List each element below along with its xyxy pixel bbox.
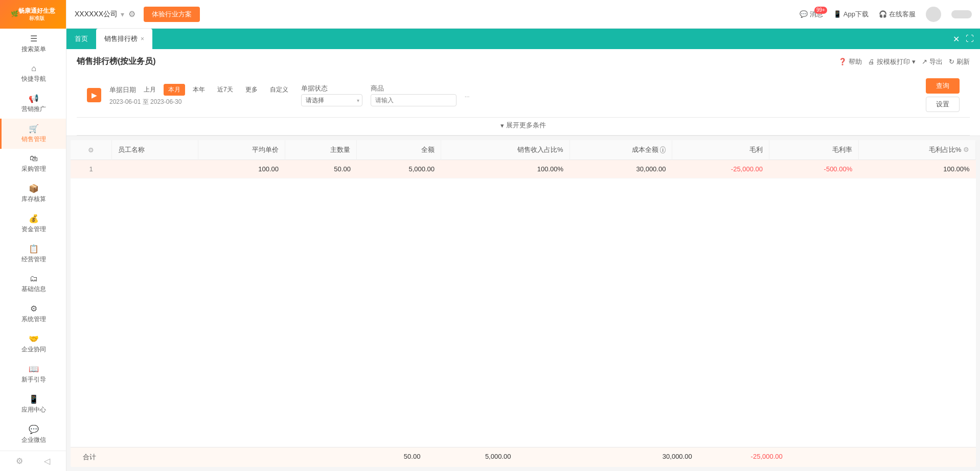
cell-rank: 1 xyxy=(71,160,111,178)
footer-main-qty-cell: 50.00 xyxy=(336,453,426,462)
avatar[interactable] xyxy=(926,7,941,22)
footer-avg-price-cell xyxy=(245,453,336,462)
cell-gross: -25,000.00 xyxy=(672,160,769,178)
query-btn-area: 查询 设置 xyxy=(926,78,960,112)
sidebar-item-搜索菜单[interactable]: ☰ 搜索菜单 xyxy=(0,29,66,59)
sidebar-item-系统管理[interactable]: ⚙ 系统管理 xyxy=(0,299,66,329)
date-opt-custom[interactable]: 自定义 xyxy=(265,84,293,96)
message-icon: 💬 xyxy=(800,10,808,18)
company-selector[interactable]: XXXXXX公司 ▾ xyxy=(75,10,124,19)
date-opt-more[interactable]: 更多 xyxy=(241,84,262,96)
sidebar-item-企业协同[interactable]: 🤝 企业协同 xyxy=(0,329,66,359)
message-button[interactable]: 💬 消息 99+ xyxy=(800,10,823,19)
sidebar-item-资金管理[interactable]: 💰 资金管理 xyxy=(0,209,66,239)
col-sales-pct: 销售收入占比% xyxy=(441,140,569,160)
tab-close-icon[interactable]: × xyxy=(141,35,144,42)
cost-info-icon[interactable]: i xyxy=(660,146,665,153)
expand-button[interactable]: ▾ 展开更多条件 xyxy=(500,121,546,130)
sidebar-item-应用中心[interactable]: 📱 应用中心 xyxy=(0,389,66,419)
sidebar-label-6: 资金管理 xyxy=(21,225,46,234)
col-settings[interactable]: ⚙ xyxy=(71,140,111,160)
sidebar-icon-9: ⚙ xyxy=(30,304,37,313)
sidebar-item-采购管理[interactable]: 🛍 采购管理 xyxy=(0,149,66,178)
help-button[interactable]: ❓ 帮助 xyxy=(838,57,862,66)
sidebar-label-0: 搜索菜单 xyxy=(21,45,46,54)
page-title: 销售排行榜(按业务员) xyxy=(77,56,156,67)
page-actions: ❓ 帮助 🖨 按模板打印 ▾ ↗ 导出 ↻ 刷新 xyxy=(838,57,970,66)
query-button[interactable]: 查询 xyxy=(926,78,960,94)
sidebar-item-库存核算[interactable]: 📦 库存核算 xyxy=(0,178,66,209)
topbar-settings-icon[interactable]: ⚙ xyxy=(128,9,135,19)
sidebar-label-7: 经营管理 xyxy=(21,255,46,264)
tab-fullscreen-icon[interactable]: ⛶ xyxy=(966,34,974,43)
sidebar-item-快捷导航[interactable]: ⌂ 快捷导航 xyxy=(0,59,66,88)
sidebar-item-经营管理[interactable]: 📋 经营管理 xyxy=(0,239,66,269)
sidebar-label-4: 采购管理 xyxy=(21,165,46,173)
print-button[interactable]: 🖨 按模板打印 ▾ xyxy=(868,57,916,66)
app-download-label: App下载 xyxy=(844,10,869,19)
sidebar-item-企业微信[interactable]: 💬 企业微信 xyxy=(0,419,66,450)
footer-amount-cell: 5,000.00 xyxy=(426,453,517,462)
sidebar-icon-4: 🛍 xyxy=(30,154,38,163)
sidebar-collapse-icon[interactable]: ◁ xyxy=(44,456,50,466)
status-select[interactable]: 请选择 xyxy=(301,94,362,106)
tab-sales-rank[interactable]: 销售排行榜 × xyxy=(96,29,152,49)
col-gross-pct: 毛利占比% ⚙ xyxy=(858,140,975,160)
date-opt-this-month[interactable]: 本月 xyxy=(164,84,185,96)
sidebar-nav: ☰ 搜索菜单 ⌂ 快捷导航 📢 营销推广 🛒 销售管理 🛍 采购管理 📦 库存核… xyxy=(0,29,66,451)
cell-sales-pct: 100.00% xyxy=(441,160,569,178)
sidebar-icon-12: 📱 xyxy=(29,394,39,404)
expand-label: 展开更多条件 xyxy=(506,121,546,130)
col-cost: 成本全额 i xyxy=(569,140,672,160)
refresh-button[interactable]: ↻ 刷新 xyxy=(949,57,970,66)
sidebar-footer: ⚙ ◁ xyxy=(0,451,66,471)
sidebar-icon-8: 🗂 xyxy=(30,274,38,283)
content-area: 销售排行榜(按业务员) ❓ 帮助 🖨 按模板打印 ▾ ↗ 导出 xyxy=(66,49,980,471)
footer-label-cell: 合计 xyxy=(77,453,245,462)
sidebar-icon-0: ☰ xyxy=(30,34,37,43)
sidebar-label-3: 销售管理 xyxy=(21,135,46,144)
app-logo: 🌿 畅康通好生意 标准版 xyxy=(0,0,66,29)
help-icon: ❓ xyxy=(838,58,847,65)
sidebar-label-9: 系统管理 xyxy=(21,315,46,324)
product-input[interactable] xyxy=(371,94,457,106)
status-filter-label: 单据状态 xyxy=(301,84,362,93)
footer-gross-cell: -25,000.00 xyxy=(698,453,789,462)
sidebar-label-1: 快捷导航 xyxy=(21,75,46,83)
company-name: XXXXXX公司 xyxy=(75,10,118,19)
app-download-button[interactable]: 📱 App下载 xyxy=(833,10,869,19)
sidebar-label-8: 基础信息 xyxy=(21,285,46,294)
date-opt-7days[interactable]: 近7天 xyxy=(213,84,238,96)
message-badge: 99+ xyxy=(814,7,827,14)
tab-close-window-icon[interactable]: ✕ xyxy=(953,34,960,44)
settings-button[interactable]: 设置 xyxy=(926,97,960,112)
sidebar-item-销售管理[interactable]: 🛒 销售管理 xyxy=(0,119,66,149)
logo-icon: 🌿 xyxy=(11,10,18,18)
date-opt-last-month[interactable]: 上月 xyxy=(139,84,161,96)
filter-collapse-button[interactable]: ▶ xyxy=(87,88,101,102)
topbar: XXXXXX公司 ▾ ⚙ 体验行业方案 💬 消息 99+ 📱 App下载 🎧 在… xyxy=(66,0,980,29)
footer-main-qty: 50.00 xyxy=(404,453,421,460)
sidebar-item-新手引导[interactable]: 📖 新手引导 xyxy=(0,359,66,389)
sidebar-item-基础信息[interactable]: 🗂 基础信息 xyxy=(0,269,66,299)
footer-amount: 5,000.00 xyxy=(485,453,511,460)
sidebar: 🌿 畅康通好生意 标准版 ☰ 搜索菜单 ⌂ 快捷导航 📢 营销推广 🛒 销售管理… xyxy=(0,0,66,471)
online-support-button[interactable]: 🎧 在线客服 xyxy=(879,10,916,19)
export-button[interactable]: ↗ 导出 xyxy=(922,57,943,66)
table-settings-icon[interactable]: ⚙ xyxy=(88,146,94,154)
print-icon: 🖨 xyxy=(868,58,875,65)
page-title-row: 销售排行榜(按业务员) ❓ 帮助 🖨 按模板打印 ▾ ↗ 导出 xyxy=(77,56,970,67)
sidebar-settings-icon[interactable]: ⚙ xyxy=(16,456,23,466)
app-name: 畅康通好生意 xyxy=(18,7,55,15)
sidebar-item-营销推广[interactable]: 📢 营销推广 xyxy=(0,88,66,119)
company-chevron-icon: ▾ xyxy=(121,10,124,18)
sidebar-icon-11: 📖 xyxy=(29,364,39,374)
footer-cost-cell: 30,000.00 xyxy=(608,453,698,462)
gross-pct-settings-icon[interactable]: ⚙ xyxy=(963,146,969,153)
col-gross-rate: 毛利率 xyxy=(769,140,858,160)
filter-more-icon[interactable]: ... xyxy=(465,92,470,99)
tab-home[interactable]: 首页 xyxy=(66,29,96,49)
trial-button[interactable]: 体验行业方案 xyxy=(144,7,200,22)
date-opt-this-year[interactable]: 本年 xyxy=(188,84,210,96)
footer-cost: 30,000.00 xyxy=(663,453,692,460)
